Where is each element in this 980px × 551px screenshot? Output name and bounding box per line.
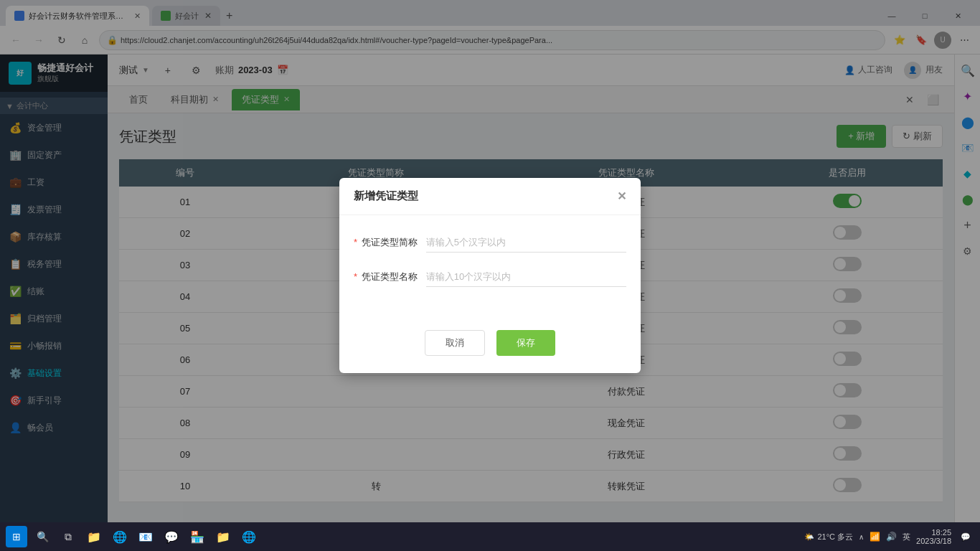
short-input[interactable] <box>426 232 626 253</box>
form-row-short: * 凭证类型简称 <box>354 232 626 253</box>
taskbar-clock[interactable]: 18:25 2023/3/18 <box>916 528 951 545</box>
taskbar-search[interactable]: 🔍 <box>32 526 53 547</box>
volume-icon: 🔊 <box>886 532 897 542</box>
taskbar-files[interactable]: 📁 <box>212 526 234 547</box>
save-button[interactable]: 保存 <box>496 330 555 356</box>
taskbar-explorer[interactable]: 📁 <box>83 526 105 547</box>
weather-icon: 🌤️ <box>804 532 814 542</box>
mail-icon: 📧 <box>138 530 153 544</box>
wifi-icon: 📶 <box>870 532 880 542</box>
taskbar-weather: 🌤️ 21°C 多云 <box>804 532 853 542</box>
name-input[interactable] <box>426 267 626 287</box>
short-label: * 凭证类型简称 <box>354 236 418 249</box>
name-label-text: 凭证类型名称 <box>362 271 418 282</box>
modal-header: 新增凭证类型 ✕ <box>339 178 641 215</box>
taskbar-mail[interactable]: 📧 <box>135 526 156 547</box>
wechat-icon: 💬 <box>164 530 179 544</box>
modal-footer: 取消 保存 <box>339 319 641 373</box>
taskbar-right: 🌤️ 21°C 多云 ∧ 📶 🔊 英 18:25 2023/3/18 💬 <box>804 528 974 545</box>
start-icon: ⊞ <box>12 531 21 542</box>
modal-body: * 凭证类型简称 * 凭证类型名称 <box>339 215 641 319</box>
edge-icon: 🌐 <box>242 530 256 544</box>
short-label-text: 凭证类型简称 <box>362 237 418 248</box>
time-display: 18:25 <box>931 528 951 537</box>
date-display: 2023/3/18 <box>916 537 951 545</box>
modal-title: 新增凭证类型 <box>354 189 418 203</box>
add-voucher-type-modal: 新增凭证类型 ✕ * 凭证类型简称 * 凭证类型名称 取消 保存 <box>339 178 641 373</box>
taskbar-store[interactable]: 🏪 <box>187 526 208 547</box>
explorer-icon: 📁 <box>87 530 101 544</box>
cancel-button[interactable]: 取消 <box>425 330 485 356</box>
start-button[interactable]: ⊞ <box>6 526 27 547</box>
notification-button[interactable]: 💬 <box>957 528 974 545</box>
weather-text: 21°C 多云 <box>817 532 853 542</box>
taskbar-wechat[interactable]: 💬 <box>161 526 182 547</box>
required-star-1: * <box>354 237 357 248</box>
taskbar-chrome[interactable]: 🌐 <box>109 526 131 547</box>
modal-close-button[interactable]: ✕ <box>617 189 626 203</box>
store-icon: 🏪 <box>190 530 204 544</box>
taskbar-task-view[interactable]: ⧉ <box>57 526 79 547</box>
modal-overlay[interactable]: 新增凭证类型 ✕ * 凭证类型简称 * 凭证类型名称 取消 保存 <box>0 0 980 551</box>
chrome-icon: 🌐 <box>113 530 127 544</box>
form-row-name: * 凭证类型名称 <box>354 267 626 287</box>
required-star-2: * <box>354 271 357 282</box>
taskbar-search-icon: 🔍 <box>37 531 49 542</box>
taskbar-edge[interactable]: 🌐 <box>238 526 260 547</box>
lang-indicator: 英 <box>903 532 910 542</box>
task-view-icon: ⧉ <box>65 531 72 543</box>
name-label: * 凭证类型名称 <box>354 270 418 283</box>
files-icon: 📁 <box>216 530 230 544</box>
taskbar-arrow-up[interactable]: ∧ <box>859 533 864 541</box>
taskbar: ⊞ 🔍 ⧉ 📁 🌐 📧 💬 🏪 📁 🌐 🌤️ 21°C 多云 ∧ 📶 🔊 英 1… <box>0 522 980 551</box>
